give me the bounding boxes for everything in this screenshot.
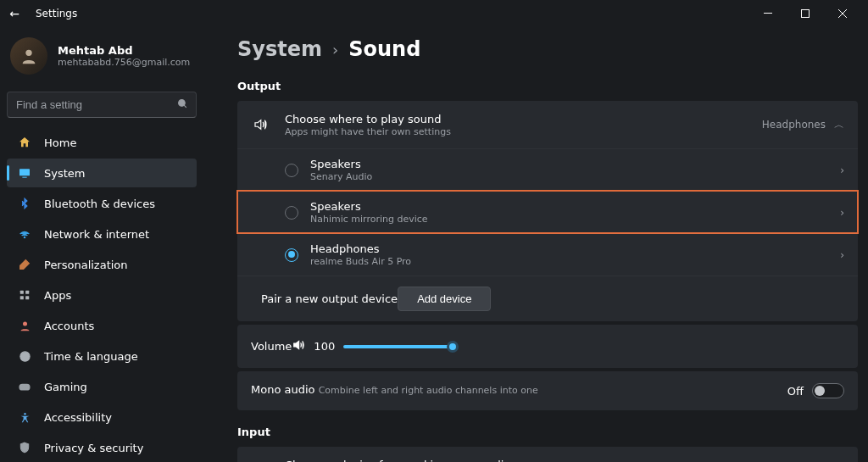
speaker-icon (251, 117, 270, 132)
output-panel: Choose where to play sound Apps might ha… (237, 101, 858, 321)
system-icon (17, 165, 32, 181)
time-icon (17, 348, 32, 364)
sidebar-item-accessibility[interactable]: Accessibility (7, 403, 197, 431)
svg-rect-11 (25, 291, 29, 294)
svg-point-18 (27, 387, 28, 388)
maximize-icon (801, 9, 810, 18)
volume-value: 100 (314, 340, 335, 353)
chevron-right-icon: › (840, 249, 844, 261)
sidebar: Mehtab Abd mehtababd.756@gmail.com HomeS… (0, 27, 203, 462)
breadcrumb: System › Sound (237, 37, 858, 61)
breadcrumb-parent[interactable]: System (237, 37, 322, 61)
sidebar-item-gaming[interactable]: Gaming (7, 372, 197, 401)
volume-panel: Volume 100 (237, 325, 858, 368)
svg-line-6 (184, 105, 186, 108)
output-device-row[interactable]: SpeakersNahimic mirroring device› (237, 191, 858, 233)
accessibility-icon (17, 409, 32, 425)
add-device-button[interactable]: Add device (398, 287, 491, 311)
page-title: Sound (348, 37, 420, 61)
sidebar-item-label: Home (44, 136, 76, 149)
home-icon (17, 135, 32, 150)
volume-icon[interactable] (292, 338, 305, 354)
sidebar-item-privacy[interactable]: Privacy & security (7, 433, 197, 462)
apps-icon (17, 287, 32, 303)
close-button[interactable] (824, 0, 861, 27)
mono-state: Off (787, 385, 804, 398)
network-icon (17, 226, 32, 242)
output-header-title: Choose where to play sound (285, 113, 451, 125)
minimize-icon (764, 9, 772, 18)
sidebar-item-label: System (44, 167, 85, 180)
sidebar-item-system[interactable]: System (7, 159, 197, 187)
svg-rect-13 (25, 296, 29, 299)
input-panel: Choose a device for speaking or recordin… (237, 447, 858, 462)
sidebar-item-network[interactable]: Network & internet (7, 220, 197, 248)
personalization-icon (17, 257, 32, 272)
pair-output-row: Pair a new output device Add device (237, 276, 858, 321)
sidebar-item-label: Accessibility (44, 411, 112, 424)
sidebar-item-label: Network & internet (44, 228, 149, 241)
svg-rect-7 (19, 169, 30, 175)
mono-panel: Mono audio Combine left and right audio … (237, 371, 858, 410)
output-device-row[interactable]: SpeakersSenary Audio› (237, 148, 858, 191)
sidebar-item-apps[interactable]: Apps (7, 281, 197, 309)
sidebar-item-label: Accounts (44, 320, 94, 332)
input-header-row[interactable]: Choose a device for speaking or recordin… (237, 447, 858, 462)
svg-point-4 (25, 50, 31, 56)
sidebar-item-accounts[interactable]: Accounts (7, 311, 197, 340)
profile[interactable]: Mehtab Abd mehtababd.756@gmail.com (7, 34, 197, 85)
output-header-row[interactable]: Choose where to play sound Apps might ha… (237, 101, 858, 148)
output-header-subtitle: Apps might have their own settings (285, 126, 451, 137)
device-subtitle: Nahimic mirroring device (310, 214, 428, 225)
radio-button[interactable] (285, 206, 298, 220)
device-name: Speakers (310, 200, 428, 213)
device-subtitle: realme Buds Air 5 Pro (310, 256, 411, 267)
maximize-button[interactable] (787, 0, 824, 27)
back-button[interactable]: ← (7, 7, 22, 20)
bluetooth-icon (17, 196, 32, 211)
person-icon (19, 47, 38, 65)
sidebar-item-label: Bluetooth & devices (44, 198, 155, 210)
titlebar: ← Settings (0, 0, 868, 27)
mono-toggle[interactable] (812, 383, 844, 398)
profile-name: Mehtab Abd (58, 44, 190, 57)
svg-point-14 (23, 321, 27, 326)
sidebar-item-label: Gaming (44, 381, 87, 393)
chevron-right-icon: › (332, 41, 338, 58)
sidebar-item-home[interactable]: Home (7, 128, 197, 157)
radio-button[interactable] (285, 164, 298, 177)
chevron-right-icon: › (840, 164, 844, 176)
sidebar-item-bluetooth[interactable]: Bluetooth & devices (7, 189, 197, 218)
sidebar-item-label: Personalization (44, 259, 128, 271)
nav: HomeSystemBluetooth & devicesNetwork & i… (7, 128, 197, 462)
search-input[interactable] (7, 92, 197, 118)
minimize-button[interactable] (749, 0, 787, 27)
privacy-icon (17, 440, 32, 455)
svg-rect-8 (22, 177, 26, 178)
input-header-title: Choose a device for speaking or recordin… (285, 459, 518, 463)
output-device-row[interactable]: Headphonesrealme Buds Air 5 Pro› (237, 233, 858, 276)
sidebar-item-time[interactable]: Time & language (7, 342, 197, 370)
mono-title: Mono audio (251, 383, 315, 396)
sidebar-item-label: Apps (44, 289, 71, 302)
chevron-right-icon: › (840, 207, 844, 219)
slider-thumb[interactable] (447, 341, 459, 353)
mono-subtitle: Combine left and right audio channels in… (319, 385, 538, 396)
sidebar-item-label: Privacy & security (44, 442, 143, 454)
sidebar-item-personalization[interactable]: Personalization (7, 250, 197, 279)
device-name: Speakers (310, 158, 372, 170)
svg-rect-10 (20, 291, 24, 294)
mono-row[interactable]: Mono audio Combine left and right audio … (237, 371, 858, 410)
accounts-icon (17, 318, 32, 333)
output-section-label: Output (237, 80, 858, 92)
sidebar-item-label: Time & language (44, 350, 138, 363)
svg-rect-0 (764, 13, 772, 14)
radio-button[interactable] (285, 248, 298, 262)
pair-output-label: Pair a new output device (261, 292, 398, 305)
chevron-up-icon: ︿ (834, 118, 844, 132)
volume-slider[interactable] (343, 345, 453, 348)
profile-email: mehtababd.756@gmail.com (58, 57, 190, 68)
input-section-label: Input (237, 426, 858, 438)
main-content: System › Sound Output Choose where to pl… (203, 27, 868, 462)
close-icon (838, 9, 847, 18)
